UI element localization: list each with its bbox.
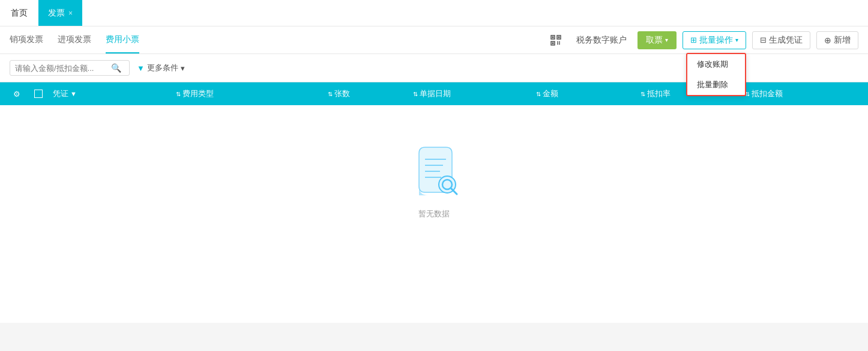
sort-count-icon: ⇅: [328, 91, 333, 97]
search-input[interactable]: [15, 64, 111, 73]
search-input-wrap[interactable]: 🔍: [10, 60, 130, 76]
invoice-tab-label: 发票: [48, 8, 65, 19]
th-checkbox[interactable]: [29, 90, 48, 98]
tab-outgoing-invoice[interactable]: 销项发票: [10, 26, 43, 53]
dropdown-item-batch-delete[interactable]: 批量删除: [687, 75, 745, 95]
tax-digital-account-button[interactable]: 税务数字账户: [571, 35, 631, 46]
tab-incoming-invoice[interactable]: 进项发票: [58, 26, 91, 53]
voucher-icon: ⊟: [760, 35, 767, 44]
batch-ops-chevron-down-icon: ▾: [735, 37, 738, 43]
more-filter-chevron-down-icon: ▾: [181, 64, 185, 73]
svg-rect-3: [558, 36, 560, 38]
more-filter-button[interactable]: ▼ 更多条件 ▾: [137, 63, 185, 73]
svg-rect-1: [552, 36, 554, 38]
svg-rect-7: [559, 41, 560, 43]
svg-rect-8: [557, 43, 558, 44]
th-settings[interactable]: ⚙: [5, 90, 29, 99]
sub-header: 销项发票 进项发票 费用小票 税务数字账户: [0, 26, 868, 54]
th-expense-type: ⇅ 费用类型: [171, 88, 323, 99]
sort-date-icon: ⇅: [413, 91, 418, 97]
qr-button[interactable]: [546, 31, 565, 50]
qr-icon: [550, 34, 562, 46]
th-date: ⇅ 单据日期: [408, 88, 531, 99]
sort-deduct-rate-icon: ⇅: [640, 91, 645, 97]
sub-tabs: 销项发票 进项发票 费用小票: [10, 26, 139, 53]
th-amount: ⇅ 金额: [531, 88, 636, 99]
main-content: ⚙ 凭证 ▼ ⇅ 费用类型 ⇅ 张数 ⇅ 单据日期 ⇅ 金额 ⇅ 抵扣率: [0, 82, 868, 323]
sort-expense-type-icon: ⇅: [176, 91, 181, 97]
empty-state: 暂无数据: [0, 105, 868, 243]
svg-rect-9: [559, 43, 560, 44]
filter-icon: ▼: [137, 64, 145, 73]
checkbox-icon: [34, 90, 43, 98]
th-deduct-amount: ⇅ 抵扣金额: [740, 88, 863, 99]
top-nav: 首页 发票 ×: [0, 0, 868, 26]
batch-ops-button[interactable]: ⊞ 批量操作 ▾: [683, 31, 746, 49]
batch-ops-dropdown: 修改账期 批量删除: [686, 53, 746, 96]
home-tab[interactable]: 首页: [0, 0, 38, 26]
sort-amount-icon: ⇅: [536, 91, 541, 97]
search-icon[interactable]: 🔍: [111, 63, 121, 73]
th-count: ⇅ 张数: [323, 88, 408, 99]
generate-voucher-button[interactable]: ⊟ 生成凭证: [752, 31, 810, 49]
tab-expense-receipt[interactable]: 费用小票: [106, 26, 139, 53]
invoice-tab[interactable]: 发票 ×: [38, 0, 82, 26]
take-ticket-chevron-down-icon: ▾: [665, 37, 668, 43]
empty-label: 暂无数据: [418, 209, 450, 219]
svg-rect-5: [552, 42, 554, 44]
plus-icon: ⊕: [824, 35, 831, 45]
batch-ops-icon: ⊞: [690, 35, 697, 44]
empty-illustration: [398, 141, 470, 201]
close-icon[interactable]: ×: [68, 9, 73, 17]
svg-rect-6: [557, 41, 558, 43]
dropdown-item-change-period[interactable]: 修改账期: [687, 54, 745, 75]
new-button[interactable]: ⊕ 新增: [816, 31, 858, 49]
batch-ops-container: ⊞ 批量操作 ▾ 修改账期 批量删除: [683, 31, 746, 49]
th-voucher: 凭证 ▼: [48, 88, 171, 99]
take-ticket-button[interactable]: 取票 ▾: [637, 31, 677, 49]
toolbar-right: 税务数字账户 取票 ▾ ⊞ 批量操作 ▾ 修改账期 批量删除 ⊟ 生成凭证: [546, 31, 858, 50]
settings-icon: ⚙: [13, 90, 20, 99]
voucher-filter-icon[interactable]: ▼: [70, 90, 77, 97]
